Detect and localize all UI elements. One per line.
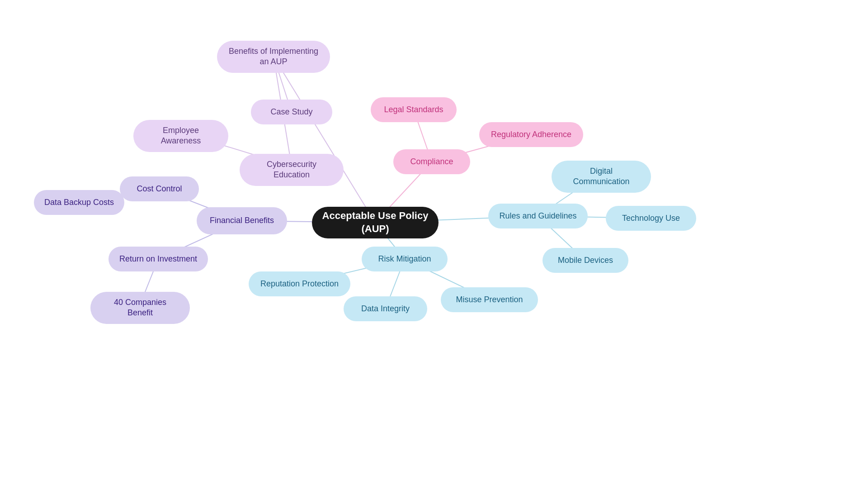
node-costCtrl: Cost Control (120, 176, 199, 201)
node-financBen: Financial Benefits (197, 207, 287, 234)
node-center: Acceptable Use Policy (AUP) (312, 207, 439, 238)
connections-svg (0, 0, 868, 490)
node-roi: Return on Investment (108, 247, 208, 271)
node-companies: 40 Companies Benefit (90, 292, 190, 324)
node-empAware: Employee Awareness (133, 120, 228, 152)
node-misusePrev: Misuse Prevention (441, 287, 538, 312)
node-cyberEd: Cybersecurity Education (240, 154, 344, 186)
node-riskMit: Risk Mitigation (362, 247, 448, 271)
node-benefitsAUP: Benefits of Implementing an AUP (217, 41, 330, 73)
node-mobileDevices: Mobile Devices (542, 248, 628, 273)
node-regAdh: Regulatory Adherence (479, 122, 583, 147)
node-rulesGuide: Rules and Guidelines (488, 204, 588, 228)
node-techUse: Technology Use (606, 206, 696, 231)
node-caseStudy: Case Study (251, 100, 332, 124)
node-dataBack: Data Backup Costs (34, 190, 124, 215)
node-compliance: Compliance (393, 149, 470, 174)
node-digComm: Digital Communication (552, 161, 651, 193)
node-dataInteg: Data Integrity (344, 296, 427, 321)
mindmap-container: Acceptable Use Policy (AUP)Benefits of I… (0, 0, 868, 490)
node-repProt: Reputation Protection (249, 271, 350, 296)
node-legalStd: Legal Standards (371, 97, 457, 122)
